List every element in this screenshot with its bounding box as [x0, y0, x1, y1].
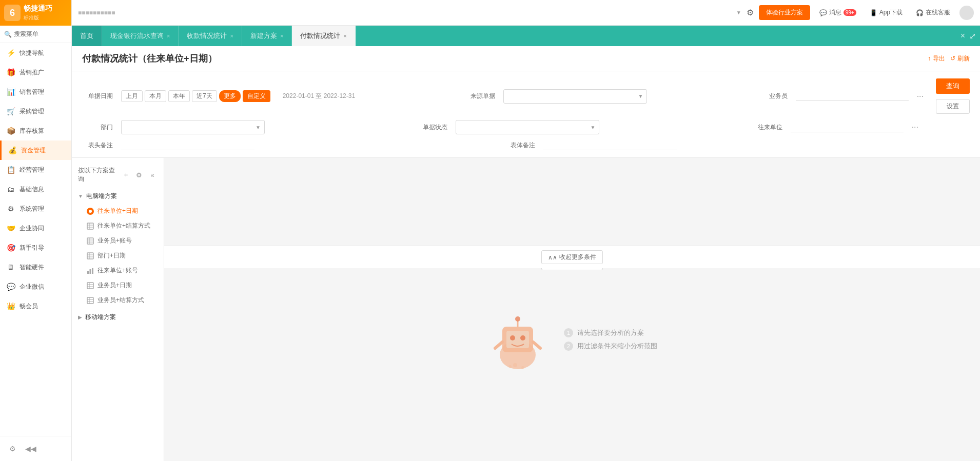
refresh-btn[interactable]: ↺ 刷新 [950, 54, 970, 63]
main-content: ■■■■■■■■■■ ▼ ⚙ 体验行业方案 💬 消息 99+ 📱 App下载 🎧… [72, 0, 980, 461]
scheme-item-6[interactable]: 业务员+结算方式 [72, 293, 164, 308]
date-btn-this-year[interactable]: 本年 [168, 90, 190, 102]
scheme-group-desktop-header[interactable]: ▼ 电脑端方案 [72, 189, 164, 204]
user-avatar[interactable] [959, 6, 974, 20]
tab-payment-close[interactable]: × [343, 33, 346, 39]
sidebar-item-coop[interactable]: 🤝 企业协同 [0, 218, 71, 238]
scheme-item-1[interactable]: 往来单位+结算方式 [72, 218, 164, 233]
tab-receipt-close[interactable]: × [230, 33, 233, 39]
scheme-item-5[interactable]: 业务员+日期 [72, 278, 164, 293]
guide-icon: 🎯 [6, 243, 15, 252]
collapse-sidebar-btn[interactable]: ◀◀ [24, 442, 38, 456]
download-icon: 📱 [870, 9, 877, 16]
scheme-item-2[interactable]: 业务员+账号 [72, 233, 164, 248]
expand-icon: ▼ [78, 193, 83, 199]
related-input[interactable] [791, 123, 904, 132]
status-select[interactable] [456, 120, 599, 134]
date-btn-7days[interactable]: 近7天 [192, 90, 217, 102]
sidebar-item-purchase[interactable]: 🛒 采购管理 [0, 102, 71, 121]
sidebar-item-marketing[interactable]: 🎁 营销推广 [0, 63, 71, 82]
tab-payment[interactable]: 付款情况统计 × [292, 26, 355, 46]
table-header-note-label: 表头备注 [82, 141, 113, 150]
tab-receipt-label: 收款情况统计 [187, 31, 227, 41]
add-scheme-btn[interactable]: ＋ [121, 170, 131, 180]
topbar-dropdown[interactable]: ▼ [736, 10, 741, 15]
industry-btn[interactable]: 体验行业方案 [759, 5, 810, 20]
date-btns: 上月 本月 本年 近7天 更多 自定义 [121, 90, 270, 102]
tip-1-text: 请先选择要分析的方案 [577, 328, 644, 337]
scheme-item-label: 往来单位+日期 [97, 207, 138, 215]
message-badge: 99+ [844, 9, 856, 16]
message-btn[interactable]: 💬 消息 99+ [815, 6, 860, 19]
scheme-item-label: 往来单位+结算方式 [97, 222, 150, 230]
empty-state: 1 请先选择要分析的方案 2 用过滤条件来缩小分析范围 [487, 306, 657, 373]
svg-rect-13 [87, 271, 89, 274]
settings-scheme-btn[interactable]: ⚙ [134, 170, 144, 180]
tab-new[interactable]: 新建方案 × [242, 26, 292, 46]
empty-tips: 1 请先选择要分析的方案 2 用过滤条件来缩小分析范围 [564, 328, 657, 351]
empty-illustration [487, 306, 548, 373]
sidebar-item-basic[interactable]: 🗂 基础信息 [0, 179, 71, 199]
sidebar-item-fund[interactable]: 💰 资金管理 [0, 141, 71, 160]
tab-bank[interactable]: 现金银行流水查询 × [102, 26, 179, 46]
export-icon: ↑ [928, 55, 931, 62]
gear-icon[interactable]: ⚙ [747, 8, 754, 17]
scheme-group-mobile-header[interactable]: ▶ 移动端方案 [72, 310, 164, 325]
employee-input[interactable] [796, 91, 909, 101]
tab-bank-close[interactable]: × [167, 33, 170, 39]
app-logo: 6 [4, 5, 21, 21]
export-btn[interactable]: ↑ 导出 [928, 54, 945, 63]
tab-expand-btn[interactable]: ⤢ [969, 31, 976, 41]
panel-toolbar-icons: ＋ ⚙ « [121, 170, 158, 180]
export-label: 导出 [933, 54, 945, 63]
collapse-panel-btn[interactable]: « [147, 170, 158, 180]
collapse-filter-btn[interactable]: ∧∧ 收起更多条件 [541, 250, 603, 264]
query-btn[interactable]: 查询 [936, 78, 970, 94]
sidebar-item-system[interactable]: ⚙ 系统管理 [0, 199, 71, 218]
settings-btn[interactable]: 设置 [936, 99, 970, 114]
svg-rect-20 [87, 297, 93, 304]
dept-select[interactable] [121, 120, 265, 134]
app-download-btn[interactable]: 📱 App下载 [866, 6, 907, 19]
tab-new-close[interactable]: × [280, 33, 283, 39]
scheme-item-3[interactable]: 部门+日期 [72, 248, 164, 263]
tab-receipt[interactable]: 收款情况统计 × [179, 26, 242, 46]
online-service-btn[interactable]: 🎧 在线客服 [912, 6, 954, 19]
sales-icon: 📊 [6, 87, 15, 96]
collapse-icon: ▶ [78, 314, 82, 320]
employee-dots[interactable]: ··· [917, 92, 924, 101]
scheme-item-0[interactable]: 往来单位+日期 [72, 204, 164, 218]
status-label: 单据状态 [417, 123, 447, 132]
date-btn-custom[interactable]: 自定义 [243, 90, 270, 102]
sidebar-item-operation[interactable]: 📋 经营管理 [0, 160, 71, 179]
sidebar-item-hardware[interactable]: 🖥 智能硬件 [0, 257, 71, 277]
related-dots[interactable]: ··· [912, 123, 918, 132]
tab-new-label: 新建方案 [250, 31, 277, 41]
left-panel: 按以下方案查询 ＋ ⚙ « ▼ 电脑端方案 [72, 158, 164, 461]
sidebar-item-inventory[interactable]: 📦 库存核算 [0, 121, 71, 141]
search-icon: 🔍 [4, 31, 12, 38]
table-header-note-input[interactable] [121, 141, 254, 150]
scheme-item-4[interactable]: 往来单位+账号 [72, 263, 164, 278]
member-icon: 👑 [6, 302, 15, 311]
sidebar-item-wechat[interactable]: 💬 企业微信 [0, 277, 71, 296]
date-btn-more[interactable]: 更多 [219, 90, 241, 102]
scheme-group-mobile: ▶ 移动端方案 [72, 310, 164, 325]
inventory-icon: 📦 [6, 126, 15, 135]
tab-close-all-btn[interactable]: × [961, 31, 965, 41]
date-btn-this-month[interactable]: 本月 [145, 90, 166, 102]
date-btn-last-month[interactable]: 上月 [121, 90, 143, 102]
sidebar-item-quick[interactable]: ⚡ 快捷导航 [0, 43, 71, 63]
source-select[interactable] [503, 89, 647, 104]
scheme-group-desktop: ▼ 电脑端方案 往来单位+日期 [72, 189, 164, 308]
empty-tip-1: 1 请先选择要分析的方案 [564, 328, 657, 337]
settings-footer-btn[interactable]: ⚙ [5, 442, 19, 456]
hardware-icon: 🖥 [6, 263, 15, 272]
search-menu[interactable]: 🔍 搜索菜单 [0, 26, 71, 43]
tab-home[interactable]: 首页 [72, 26, 102, 46]
sidebar-item-sales[interactable]: 📊 销售管理 [0, 82, 71, 102]
sidebar-item-member[interactable]: 👑 畅会员 [0, 296, 71, 316]
table-body-note-input[interactable] [543, 141, 677, 150]
sidebar-item-guide[interactable]: 🎯 新手引导 [0, 238, 71, 257]
tabs-bar: 首页 现金银行流水查询 × 收款情况统计 × 新建方案 × 付款情况统计 × ×… [72, 26, 980, 46]
